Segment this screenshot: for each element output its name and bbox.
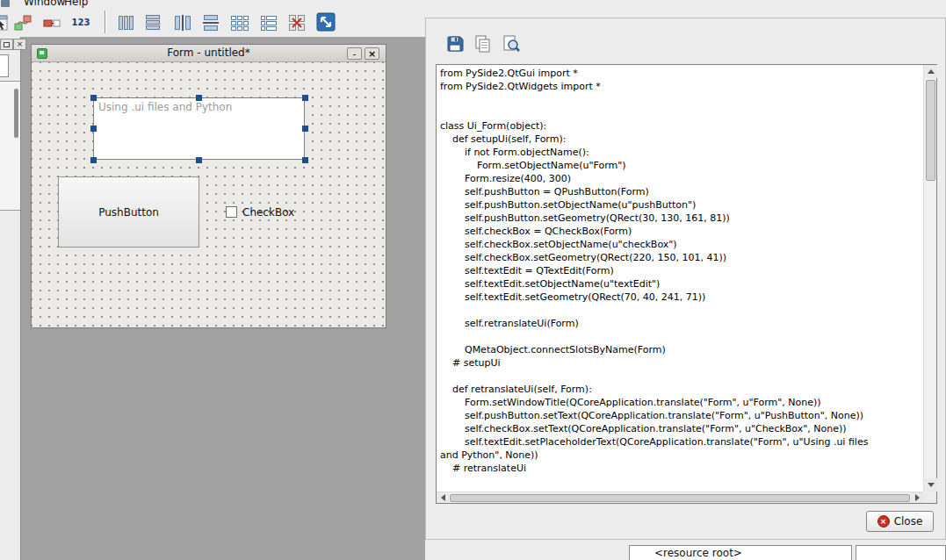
code-line: if not Form.objectName(): xyxy=(440,146,921,159)
code-line: def setupUi(self, Form): xyxy=(440,133,921,146)
widgetbox-fragment xyxy=(0,81,20,211)
code-line: from PySide2.QtGui import * xyxy=(440,67,921,80)
code-line xyxy=(440,304,921,317)
edit-signals-slots-icon[interactable] xyxy=(12,12,33,33)
code-line: self.pushButton.setObjectName(u"pushButt… xyxy=(440,198,921,212)
selection-handle-bottom-left[interactable] xyxy=(90,157,97,163)
close-icon: × xyxy=(17,40,24,48)
code-line: def retranslateUi(self, Form): xyxy=(440,383,921,396)
adjust-size-icon[interactable] xyxy=(314,11,337,33)
code-line xyxy=(440,93,921,106)
selection-handle-top-middle[interactable] xyxy=(196,95,202,101)
dock-float-button[interactable] xyxy=(0,39,13,50)
menu-icon-fragment xyxy=(1,0,10,7)
code-line: self.textEdit.setObjectName(u"textEdit") xyxy=(440,277,921,291)
code-line xyxy=(440,106,921,119)
textedit-placeholder: Using .ui files and Python xyxy=(94,98,304,116)
code-line: self.textEdit = QTextEdit(Form) xyxy=(440,264,921,277)
resource-panel-fragment xyxy=(856,545,946,560)
break-layout-icon[interactable] xyxy=(286,12,307,33)
code-line: self.checkBox = QCheckBox(Form) xyxy=(440,225,921,238)
edit-tab-order-icon[interactable]: 123 xyxy=(69,11,92,32)
filter-input-fragment[interactable] xyxy=(0,54,9,77)
code-line: # setupUi xyxy=(440,356,921,370)
textedit-widget[interactable]: Using .ui files and Python xyxy=(93,97,305,160)
code-line: self.checkBox.setText(QCoreApplication.t… xyxy=(440,422,921,435)
form-titlebar[interactable]: Form - untitled* - × xyxy=(32,45,386,62)
form-editor-window: Form - untitled* - × Using .ui files and… xyxy=(31,44,386,328)
save-icon[interactable] xyxy=(444,33,466,54)
form-canvas[interactable]: Using .ui files and Python PushButton Ch… xyxy=(32,62,386,327)
dialog-close-button[interactable]: × Close xyxy=(866,511,934,532)
code-line: self.textEdit.setPlaceholderText(QCoreAp… xyxy=(440,435,921,449)
code-line: # retranslateUi xyxy=(440,462,921,475)
code-line: self.checkBox.setObjectName(u"checkBox") xyxy=(440,238,921,251)
close-circle-icon: × xyxy=(877,515,890,528)
checkbox-label: CheckBox xyxy=(242,206,294,219)
copy-icon[interactable] xyxy=(473,33,494,54)
menubar: Window Help xyxy=(0,0,946,8)
minimize-button[interactable]: - xyxy=(347,47,362,60)
layout-grid-icon[interactable] xyxy=(228,12,251,33)
horizontal-scrollbar-thumb[interactable] xyxy=(450,494,910,502)
selection-handle-top-left[interactable] xyxy=(90,95,97,101)
code-line xyxy=(440,330,921,343)
scroll-right-button[interactable] xyxy=(911,492,923,503)
code-line: self.pushButton.setText(QCoreApplication… xyxy=(440,409,921,422)
code-line: self.pushButton.setGeometry(QRect(30, 13… xyxy=(440,212,921,225)
code-view[interactable]: from PySide2.QtGui import *from PySide2.… xyxy=(436,64,937,504)
resource-root-item[interactable]: <resource root> xyxy=(629,545,852,560)
close-button[interactable]: × xyxy=(365,47,379,60)
code-line: Form.setWindowTitle(QCoreApplication.tra… xyxy=(440,396,921,409)
selection-handle-bottom-right[interactable] xyxy=(302,157,308,163)
checkbox-widget[interactable]: CheckBox xyxy=(225,194,314,230)
selection-handle-middle-right[interactable] xyxy=(302,126,308,132)
code-line: Form.resize(400, 300) xyxy=(440,172,921,185)
layout-form-icon[interactable] xyxy=(258,12,279,33)
checkbox-box[interactable] xyxy=(226,206,237,218)
resource-root-label: <resource root> xyxy=(630,546,851,560)
code-line: from PySide2.QtWidgets import * xyxy=(440,80,921,93)
code-line: Form.setObjectName(u"Form") xyxy=(440,159,921,172)
code-line: class Ui_Form(object): xyxy=(440,119,921,133)
code-line xyxy=(440,370,921,383)
designer-main-window: Window Help 123 xyxy=(0,0,946,560)
code-preview-dialog: from PySide2.QtGui import *from PySide2.… xyxy=(425,18,946,540)
layout-vertical-icon[interactable] xyxy=(142,12,163,33)
edit-buddies-icon[interactable] xyxy=(41,12,62,33)
float-icon xyxy=(4,42,10,47)
code-line: and Python", None)) xyxy=(440,449,921,462)
toolbar-separator xyxy=(105,11,106,33)
code-vertical-scrollbar[interactable] xyxy=(923,65,936,492)
pushbutton-widget[interactable]: PushButton xyxy=(58,176,199,248)
scrollbar-corner xyxy=(923,492,936,503)
code-line: self.textEdit.setGeometry(QRect(70, 40, … xyxy=(440,291,921,304)
form-window-title: Form - untitled* xyxy=(32,45,386,62)
vertical-scrollbar-thumb[interactable] xyxy=(926,80,935,181)
edit-widgets-icon[interactable] xyxy=(0,12,11,33)
menu-window[interactable]: Window xyxy=(24,0,65,8)
code-line: QMetaObject.connectSlotsByName(Form) xyxy=(440,343,921,356)
close-button-label: Close xyxy=(894,515,923,528)
dock-close-button[interactable]: × xyxy=(13,39,26,50)
code-text: from PySide2.QtGui import *from PySide2.… xyxy=(437,65,923,492)
code-line: self.checkBox.setGeometry(QRect(220, 150… xyxy=(440,251,921,264)
scroll-left-button[interactable] xyxy=(437,492,449,503)
code-horizontal-scrollbar[interactable] xyxy=(437,492,923,503)
widgetbox-scrollbar-thumb[interactable] xyxy=(14,89,18,138)
layout-vertical-splitter-icon[interactable] xyxy=(200,12,221,33)
layout-horizontal-icon[interactable] xyxy=(116,12,137,33)
code-line: self.pushButton = QPushButton(Form) xyxy=(440,185,921,198)
tab-order-icon-text: 123 xyxy=(72,18,90,27)
selection-handle-bottom-middle[interactable] xyxy=(196,157,202,163)
selection-handle-middle-left[interactable] xyxy=(90,126,97,132)
selection-handle-top-right[interactable] xyxy=(302,95,308,101)
scroll-down-button[interactable] xyxy=(924,478,937,492)
find-icon[interactable] xyxy=(501,33,522,54)
layout-horizontal-splitter-icon[interactable] xyxy=(172,12,193,33)
menu-help[interactable]: Help xyxy=(64,0,88,8)
code-line: self.retranslateUi(Form) xyxy=(440,317,921,330)
scroll-up-button[interactable] xyxy=(924,65,937,78)
